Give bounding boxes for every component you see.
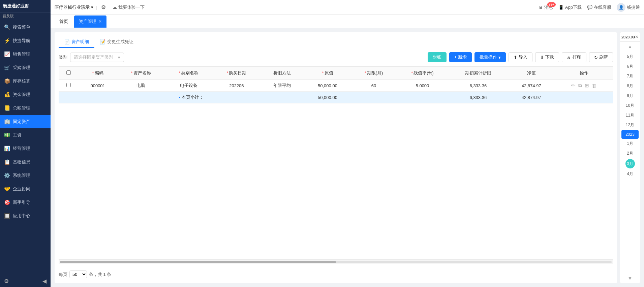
- user-btn[interactable]: 👤 畅捷通: [617, 3, 640, 12]
- sidebar-label-basic-info: 基础信息: [13, 159, 30, 165]
- sidebar-item-sales[interactable]: 📈销售管理: [0, 47, 51, 61]
- required-mark: *: [131, 70, 132, 75]
- asset-table: *编码*资产名称*类别名称*购买日期折旧方法*原值*期限(月)*残值率(%)期初…: [59, 66, 613, 103]
- experience-label: 我要体验一下: [118, 4, 145, 10]
- tab-close-asset-mgmt[interactable]: ✕: [98, 19, 102, 24]
- app-download-btn[interactable]: 📱 App下载: [558, 4, 582, 10]
- reconcile-button[interactable]: 对账: [428, 52, 447, 62]
- timeline-month[interactable]: 2月: [620, 149, 640, 158]
- app-logo: 畅捷通好业财: [3, 3, 29, 9]
- scrollbar-track: [60, 261, 612, 263]
- asset-table-wrapper: *编码*资产名称*类别名称*购买日期折旧方法*原值*期限(月)*残值率(%)期初…: [59, 66, 613, 259]
- print-button[interactable]: 🖨 打印: [562, 52, 586, 62]
- tab-home[interactable]: 首页: [55, 15, 73, 28]
- timeline-close-icon[interactable]: ✕: [635, 34, 639, 39]
- sidebar-item-salary[interactable]: 💵工资: [0, 128, 51, 142]
- timeline-month[interactable]: 1月: [620, 139, 640, 149]
- sidebar-label-funds: 资金管理: [13, 92, 30, 98]
- sidebar-item-purchase[interactable]: 🛒采购管理: [0, 61, 51, 74]
- add-label: + 新增: [454, 54, 467, 60]
- sidebar-icon-quick-nav: ⚡: [4, 38, 10, 44]
- sidebar-item-app-center[interactable]: 🔲应用中心: [0, 209, 51, 223]
- cell-checkbox[interactable]: [59, 80, 79, 92]
- filter-chevron-icon: ▾: [118, 55, 120, 60]
- timeline-up-icon[interactable]: ▲: [627, 43, 633, 50]
- sidebar-label-salary: 工资: [13, 132, 22, 138]
- scrollbar-thumb: [60, 261, 336, 263]
- sidebar-item-operations[interactable]: 📊经营管理: [0, 142, 51, 155]
- app-edition: 普及版: [0, 13, 51, 21]
- cell-residual_rate: 5.0000: [396, 80, 449, 92]
- horizontal-scrollbar[interactable]: [59, 259, 613, 264]
- toolbar-row: 类别 请选择固定资产类别 ▾ 对账 + 新增 批量操作 ▾: [59, 52, 613, 62]
- timeline-month[interactable]: 5月: [620, 52, 640, 62]
- copy-icon[interactable]: ⧉: [578, 83, 582, 89]
- batch-button[interactable]: 批量操作 ▾: [474, 52, 506, 62]
- download-button[interactable]: ⬇ 下载: [535, 52, 559, 62]
- col-header-depreciation_method: 折旧方法: [260, 67, 304, 80]
- sidebar-item-fixed-assets[interactable]: 🏢固定资产: [0, 115, 51, 128]
- sidebar-item-basic-info[interactable]: 📋基础信息: [0, 155, 51, 169]
- cell-period: 60: [351, 80, 396, 92]
- timeline-down-icon[interactable]: ▼: [627, 275, 633, 282]
- settings-icon[interactable]: ⚙: [4, 278, 9, 284]
- page-size-select[interactable]: 102050100: [69, 270, 87, 278]
- subtab-asset-detail[interactable]: 📄资产明细: [59, 36, 94, 48]
- timeline-month[interactable]: 4月: [620, 169, 640, 179]
- collapse-icon[interactable]: ◀: [42, 278, 47, 284]
- more-icon[interactable]: ⊞: [585, 83, 589, 89]
- sidebar-item-system[interactable]: ⚙️系统管理: [0, 169, 51, 182]
- col-header-period: *期限(月): [351, 67, 396, 80]
- online-service-btn[interactable]: 💬 在线客服: [587, 4, 611, 10]
- topbar-separator: |: [96, 5, 97, 10]
- timeline-month[interactable]: 9月: [620, 91, 640, 101]
- message-btn[interactable]: 🖥 消息 99+: [539, 4, 553, 10]
- sidebar-item-search-menu[interactable]: 🔍搜索菜单: [0, 21, 51, 34]
- add-button[interactable]: + 新增: [449, 52, 472, 62]
- subtotal-cell-operations: [555, 92, 613, 103]
- timeline-month[interactable]: 7月: [620, 71, 640, 81]
- per-page-label: 每页: [59, 272, 67, 278]
- sidebar-item-inventory[interactable]: 📦库存核算: [0, 74, 51, 88]
- sidebar-header: 畅捷通好业财: [0, 0, 51, 13]
- sidebar-item-funds[interactable]: 💰资金管理: [0, 88, 51, 101]
- import-button[interactable]: ⬆ 导入: [509, 52, 532, 62]
- timeline-month[interactable]: 11月: [620, 110, 640, 120]
- sidebar-item-quick-nav[interactable]: ⚡快捷导航: [0, 34, 51, 47]
- timeline-month[interactable]: 12月: [620, 120, 640, 130]
- required-mark: *: [411, 70, 413, 75]
- category-filter[interactable]: 请选择固定资产类别 ▾: [70, 53, 124, 62]
- online-service-label: 在线客服: [594, 4, 611, 10]
- timeline-current-year[interactable]: 2023: [621, 130, 639, 139]
- cell-operations[interactable]: ✏ ⧉ ⊞ 🗑: [555, 80, 613, 92]
- reconcile-label: 对账: [433, 54, 441, 60]
- sidebar-icon-purchase: 🛒: [4, 65, 10, 71]
- edit-icon[interactable]: ✏: [571, 83, 576, 89]
- row-checkbox[interactable]: [66, 83, 71, 87]
- timeline-month[interactable]: 10月: [620, 101, 640, 110]
- timeline-month[interactable]: 6月: [620, 62, 640, 71]
- timeline-month[interactable]: 3月: [625, 159, 635, 168]
- company-selector[interactable]: 医疗器械行业演示 ▾: [55, 4, 93, 10]
- experience-btn[interactable]: ☁ 我要体验一下: [113, 4, 145, 10]
- subtotal-cell-checkbox: [59, 92, 79, 103]
- timeline-month[interactable]: 8月: [620, 81, 640, 91]
- col-header-accumulated_depreciation: 期初累计折旧: [449, 67, 508, 80]
- sidebar-item-enterprise[interactable]: 🤝企业协同: [0, 182, 51, 196]
- user-icon: 👤: [619, 5, 624, 10]
- tab-asset-mgmt[interactable]: 资产管理✕: [74, 15, 106, 28]
- gear-icon[interactable]: ⚙: [100, 4, 107, 10]
- sidebar-label-sales: 销售管理: [13, 51, 30, 57]
- subtotal-cell-residual_rate: [396, 92, 449, 103]
- cell-depreciation_method: 年限平均: [260, 80, 304, 92]
- delete-icon[interactable]: 🗑: [592, 83, 597, 89]
- select-all-checkbox[interactable]: [66, 70, 71, 75]
- refresh-button[interactable]: ↻ 刷新: [589, 52, 613, 62]
- subtab-change-voucher[interactable]: 📝变更生成凭证: [94, 36, 139, 48]
- sidebar-item-guide[interactable]: 🎯新手引导: [0, 196, 51, 209]
- sidebar-icon-fixed-assets: 🏢: [4, 119, 10, 125]
- subtotal-cell-original_value: 50,000.00: [304, 92, 351, 103]
- message-badge: 99+: [547, 2, 556, 7]
- sidebar-label-guide: 新手引导: [13, 199, 30, 205]
- sidebar-item-ledger[interactable]: 📒总账管理: [0, 101, 51, 115]
